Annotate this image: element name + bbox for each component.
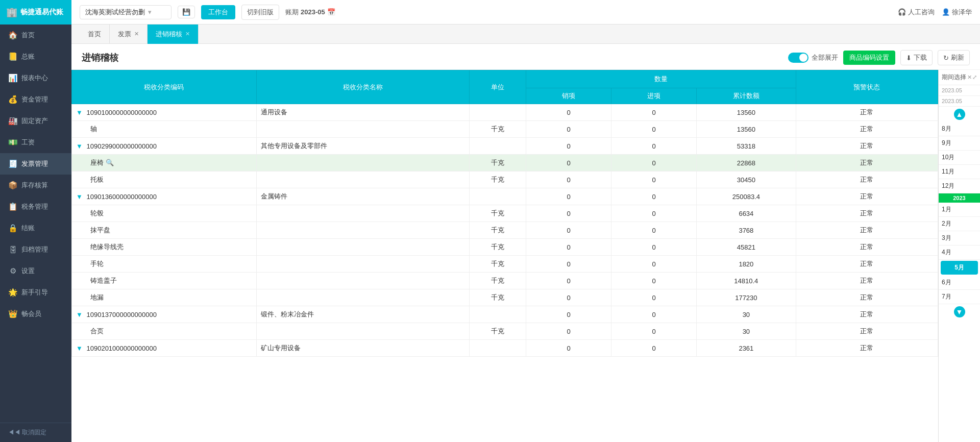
row-code: 抹平盘 [72, 222, 257, 239]
row-status: 正常 [796, 171, 938, 188]
row-purchase: 0 [611, 306, 697, 323]
sidebar-item-funds[interactable]: 💰 资金管理 [0, 89, 71, 110]
sidebar-item-assets[interactable]: 🏭 固定资产 [0, 110, 71, 132]
sidebar-item-ledger[interactable]: 📒 总账 [0, 46, 71, 67]
period-nav-down[interactable]: ▼ [954, 306, 965, 317]
row-name: 矿山专用设备 [256, 340, 469, 357]
period-1[interactable]: 1月 [939, 203, 980, 217]
tabs-bar: 首页 发票 ✕ 进销稽核 ✕ [71, 24, 980, 44]
row-status: 正常 [796, 289, 938, 306]
expand-toggle-wrap: 全部展开 [788, 53, 838, 63]
period-2023-05-b[interactable]: 2023.05 [939, 96, 980, 107]
sidebar-item-invoice[interactable]: 🧾 发票管理 [0, 153, 71, 175]
period-4[interactable]: 4月 [939, 245, 980, 260]
user-profile[interactable]: 👤 徐泽华 [942, 8, 972, 17]
search-icon[interactable]: 🔍 [106, 159, 114, 166]
sidebar-item-settings[interactable]: ⚙ 设置 [0, 260, 71, 282]
download-btn[interactable]: ⬇ 下载 [900, 50, 933, 65]
guide-icon: 🌟 [8, 288, 17, 297]
col-header-total: 累计数额 [697, 88, 796, 104]
sidebar-item-member[interactable]: 👑 畅会员 [0, 303, 71, 325]
expand-icon[interactable]: ▼ [76, 142, 83, 150]
archive-btn[interactable]: 💾 [178, 6, 195, 18]
workspace-btn[interactable]: 工作台 [201, 5, 235, 19]
row-sales: 0 [526, 205, 611, 222]
row-status: 正常 [796, 306, 938, 323]
col-header-purchase: 进项 [611, 88, 697, 104]
refresh-btn[interactable]: ↻ 刷新 [938, 50, 970, 65]
settings-btn[interactable]: 商品编码设置 [843, 51, 895, 65]
row-unit: 千克 [469, 256, 526, 273]
tab-invoice[interactable]: 发票 ✕ [110, 24, 148, 44]
sidebar-item-closing[interactable]: 🔒 结账 [0, 217, 71, 239]
row-sales: 0 [526, 171, 611, 188]
sidebar-item-reports[interactable]: 📊 报表中心 [0, 67, 71, 89]
row-code: 托板 [72, 171, 257, 188]
period-6[interactable]: 6月 [939, 276, 980, 290]
tab-home[interactable]: 首页 [80, 24, 110, 44]
period-9[interactable]: 9月 [939, 136, 980, 151]
row-total: 250083.4 [697, 188, 796, 205]
page-content: 进销稽核 全部展开 商品编码设置 ⬇ 下载 ↻ 刷新 [71, 44, 980, 442]
period-8[interactable]: 8月 [939, 122, 980, 136]
row-sales: 0 [526, 222, 611, 239]
period-3[interactable]: 3月 [939, 231, 980, 245]
row-status: 正常 [796, 205, 938, 222]
expand-icon[interactable]: ▼ [76, 193, 83, 201]
period-11[interactable]: 11月 [939, 165, 980, 179]
period-12[interactable]: 12月 [939, 179, 980, 193]
tab-reconcile[interactable]: 进销稽核 ✕ [148, 24, 199, 44]
sidebar-item-home[interactable]: 🏠 首页 [0, 24, 71, 46]
row-total: 30 [697, 306, 796, 323]
tab-reconcile-close[interactable]: ✕ [185, 31, 190, 37]
close-panel-btn[interactable]: ✕ [967, 74, 972, 81]
row-status: 正常 [796, 104, 938, 121]
row-status: 正常 [796, 239, 938, 256]
assets-icon: 🏭 [8, 116, 17, 126]
sidebar-item-guide[interactable]: 🌟 新手引导 [0, 282, 71, 303]
app-name: 畅捷通易代账 [20, 8, 63, 17]
expand-icon[interactable]: ▼ [76, 109, 83, 116]
period-2[interactable]: 2月 [939, 217, 980, 231]
period-10[interactable]: 10月 [939, 151, 980, 165]
tab-invoice-close[interactable]: ✕ [134, 31, 139, 37]
period-5-active[interactable]: 5月 [941, 261, 978, 275]
row-code: 轮毂 [72, 205, 257, 222]
data-table: 税收分类编码 税收分类名称 单位 数量 预警状态 销项 进项 累计数额 [71, 70, 938, 357]
row-status: 正常 [796, 138, 938, 155]
support-btn[interactable]: 🎧 人工咨询 [898, 8, 935, 17]
sidebar-item-tax[interactable]: 📋 税务管理 [0, 196, 71, 217]
row-sales: 0 [526, 340, 611, 357]
tax-icon: 📋 [8, 202, 17, 211]
row-purchase: 0 [611, 205, 697, 222]
row-name [256, 289, 469, 306]
row-sales: 0 [526, 104, 611, 121]
sidebar-item-label: 结账 [21, 224, 35, 233]
topbar-right: 🎧 人工咨询 👤 徐泽华 [898, 8, 972, 17]
company-selector[interactable]: 沈海英测试经营勿删 ▾ [80, 5, 172, 19]
row-code: ▼ 1090137000000000000 [72, 306, 257, 323]
row-sales: 0 [526, 306, 611, 323]
period-nav-up[interactable]: ▲ [954, 109, 965, 120]
row-sales: 0 [526, 323, 611, 340]
refresh-icon: ↻ [943, 54, 949, 62]
sidebar-item-payroll[interactable]: 💵 工资 [0, 132, 71, 153]
expand-icon[interactable]: ▼ [76, 311, 83, 318]
row-unit: 千克 [469, 121, 526, 138]
sidebar-item-archive[interactable]: 🗄 归档管理 [0, 239, 71, 260]
expand-panel-btn[interactable]: ⤢ [972, 74, 977, 81]
expand-toggle[interactable] [788, 53, 808, 63]
row-code: 地漏 [72, 289, 257, 306]
calendar-icon[interactable]: 📅 [327, 8, 335, 16]
row-status: 正常 [796, 273, 938, 289]
switch-version-btn[interactable]: 切到旧版 [241, 5, 279, 20]
table-wrap[interactable]: 税收分类编码 税收分类名称 单位 数量 预警状态 销项 进项 累计数额 [71, 70, 938, 442]
year-2023-label: 2023 [939, 193, 980, 203]
sidebar-item-inventory[interactable]: 📦 库存核算 [0, 175, 71, 196]
period-7[interactable]: 7月 [939, 290, 980, 304]
period-2023-05-top[interactable]: 2023.05 [939, 85, 980, 96]
sidebar-unpin[interactable]: ◀◀ 取消固定 [0, 423, 71, 442]
row-purchase: 0 [611, 222, 697, 239]
row-total: 1820 [697, 256, 796, 273]
expand-icon[interactable]: ▼ [76, 345, 83, 352]
